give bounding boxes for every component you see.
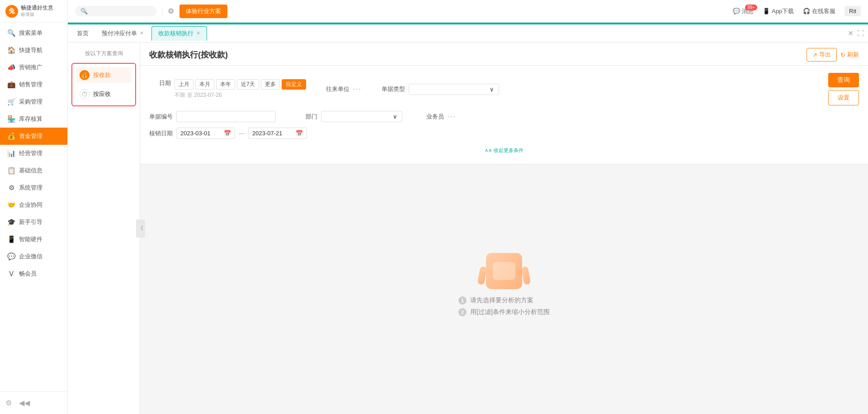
filter-item-by-receivable[interactable]: ⏱ 按应收 <box>76 86 132 102</box>
sidebar-logo: 兔 畅捷通好生意 标准版 <box>0 0 67 23</box>
guide-icon: 🎓 <box>7 218 15 226</box>
search-topbar-icon: 🔍 <box>80 8 88 14</box>
purchase-icon: 🛒 <box>7 98 15 106</box>
wechat-icon: 💬 <box>7 252 15 261</box>
topbar-divider <box>162 7 162 16</box>
topbar-gear-icon[interactable]: ⚙ <box>168 7 174 15</box>
sidebar-item-basic[interactable]: 📋 基础信息 <box>0 162 67 179</box>
sidebar-item-purchase-label: 采购管理 <box>19 98 42 106</box>
page-title: 收款核销执行(按收款) <box>149 49 228 60</box>
date-label: 日期 <box>149 79 171 87</box>
collapse-filter-panel-btn[interactable]: 《 <box>136 219 145 238</box>
sidebar-item-operations-label: 经营管理 <box>19 149 42 157</box>
sidebar-item-inventory[interactable]: 🏪 库存核算 <box>0 110 67 128</box>
query-button[interactable]: 查询 <box>828 73 859 87</box>
sidebar-item-quicknav-label: 快捷导航 <box>19 46 42 54</box>
date-btn-last-month[interactable]: 上月 <box>175 79 193 90</box>
sidebar-item-wechat[interactable]: 💬 企业微信 <box>0 248 67 265</box>
date-btn-this-month[interactable]: 本月 <box>195 79 214 90</box>
sidebar-item-system[interactable]: ⚙ 系统管理 <box>0 179 67 196</box>
topbar-message[interactable]: 💬 消息 99+ <box>733 7 754 15</box>
app-logo-icon: 兔 <box>5 5 18 18</box>
sidebar-item-member[interactable]: Ⅴ 畅会员 <box>0 265 67 282</box>
hardware-icon: 📱 <box>7 235 15 243</box>
verify-date-end[interactable]: 2023-07-21 📅 <box>248 128 307 139</box>
refresh-button[interactable]: ↻ 刷新 <box>840 51 859 59</box>
sidebar-item-operations[interactable]: 📊 经营管理 <box>0 145 67 162</box>
partner-label: 往来单位 <box>326 85 349 93</box>
sidebar-item-search[interactable]: 🔍 搜索菜单 <box>0 24 67 42</box>
export-button[interactable]: ↗ 导出 <box>807 48 837 62</box>
date-btn-this-year[interactable]: 本年 <box>216 79 235 90</box>
settings-bottom-icon[interactable]: ⚙ <box>5 399 12 407</box>
topbar-user[interactable]: Rit <box>844 6 861 16</box>
home-icon: 🏠 <box>7 46 15 54</box>
empty-state: 1 请先选择要分析的方案 2 用[过滤]条件来缩小分析范围 <box>140 164 868 414</box>
tab-prepay-close[interactable]: ✕ <box>140 30 144 36</box>
date-btn-7days[interactable]: 近7天 <box>237 79 259 90</box>
collapse-more-btn[interactable]: ∧∧ 收起更多条件 <box>149 144 859 157</box>
expand-tab-icon[interactable]: ⛶ <box>857 29 864 38</box>
sidebar-item-enterprise[interactable]: 🤝 企业协同 <box>0 196 67 214</box>
user-name: Rit <box>849 8 856 14</box>
sidebar-bottom: ⚙ ◀◀ <box>0 391 67 414</box>
page-actions: ↗ 导出 ↻ 刷新 <box>807 48 859 62</box>
tab-prepay[interactable]: 预付冲应付单 ✕ <box>95 26 151 41</box>
filter-panel-title: 按以下方案查询 <box>71 48 136 59</box>
sidebar-item-purchase[interactable]: 🛒 采购管理 <box>0 93 67 110</box>
sidebar-item-hardware[interactable]: 📱 智能硬件 <box>0 231 67 248</box>
collapse-sidebar-icon[interactable]: ◀◀ <box>19 399 30 407</box>
robot-face <box>493 262 515 280</box>
sidebar-item-sales[interactable]: 💼 销售管理 <box>0 76 67 93</box>
sales-icon: 💼 <box>7 81 15 89</box>
topbar-online-service[interactable]: 🎧 在线客服 <box>803 7 835 15</box>
sidebar-item-basic-label: 基础信息 <box>19 167 42 175</box>
close-tab-icon[interactable]: ✕ <box>848 29 854 38</box>
tab-writeoff-close[interactable]: ✕ <box>196 30 200 36</box>
docno-label: 单据编号 <box>149 113 173 121</box>
tab-writeoff-label: 收款核销执行 <box>158 29 193 38</box>
topbar-app-download[interactable]: 📱 App下载 <box>763 7 794 15</box>
calendar-end-icon: 📅 <box>296 130 303 137</box>
date-btn-custom[interactable]: 自定义 <box>282 79 306 90</box>
verify-end-value: 2023-07-21 <box>252 130 283 137</box>
filter-item-by-receipt[interactable]: 💰 按收款 <box>76 67 132 83</box>
refresh-icon: ↻ <box>840 52 845 58</box>
sidebar-item-funds[interactable]: 💰 资金管理 <box>0 128 67 145</box>
tip-text-1: 请先选择要分析的方案 <box>470 296 533 305</box>
tip-num-2: 2 <box>458 308 467 316</box>
docno-input[interactable] <box>176 111 276 122</box>
tab-writeoff[interactable]: 收款核销执行 ✕ <box>151 26 207 41</box>
topbar-right: 💬 消息 99+ 📱 App下载 🎧 在线客服 Rit <box>733 6 861 16</box>
tip-num-1: 1 <box>458 296 467 305</box>
sidebar-item-guide[interactable]: 🎓 新手引导 <box>0 214 67 231</box>
sidebar-item-enterprise-label: 企业协同 <box>19 201 42 209</box>
date-btn-more[interactable]: 更多 <box>261 79 280 90</box>
tab-home-label: 首页 <box>77 30 89 37</box>
tab-home[interactable]: 首页 <box>71 27 94 40</box>
inventory-icon: 🏪 <box>7 115 15 123</box>
page-header: 收款核销执行(按收款) ↗ 导出 ↻ 刷新 <box>140 43 868 66</box>
doctype-select[interactable]: ∨ <box>409 84 499 95</box>
verify-date-label: 核销日期 <box>149 129 173 138</box>
funds-icon: 💰 <box>7 132 15 140</box>
settings-button[interactable]: 设置 <box>828 90 859 105</box>
solution-button[interactable]: 体验行业方案 <box>179 5 227 18</box>
partner-select-ellipsis[interactable]: ··· <box>353 85 362 93</box>
tabbar-actions: ✕ ⛶ <box>848 29 864 38</box>
app-edition: 标准版 <box>21 11 53 18</box>
robot-illustration <box>477 235 531 289</box>
verify-date-start[interactable]: 2023-03-01 📅 <box>176 128 235 139</box>
sidebar-item-quicknav[interactable]: 🏠 快捷导航 <box>0 42 67 59</box>
by-receivable-icon: ⏱ <box>80 89 90 99</box>
dept-chevron-icon: ∨ <box>393 113 397 120</box>
message-badge: 99+ <box>745 5 757 10</box>
tab-prepay-label: 预付冲应付单 <box>102 29 137 38</box>
verify-date-group: 核销日期 2023-03-01 📅 — 2023-07-21 📅 <box>149 128 307 139</box>
dept-select[interactable]: ∨ <box>321 111 402 122</box>
online-service-label: 在线客服 <box>812 7 835 15</box>
topbar-search[interactable]: 🔍 <box>75 6 156 16</box>
marketing-icon: 📣 <box>7 63 15 71</box>
staff-select-ellipsis[interactable]: ··· <box>448 113 456 121</box>
sidebar-item-marketing[interactable]: 📣 营销推广 <box>0 59 67 76</box>
